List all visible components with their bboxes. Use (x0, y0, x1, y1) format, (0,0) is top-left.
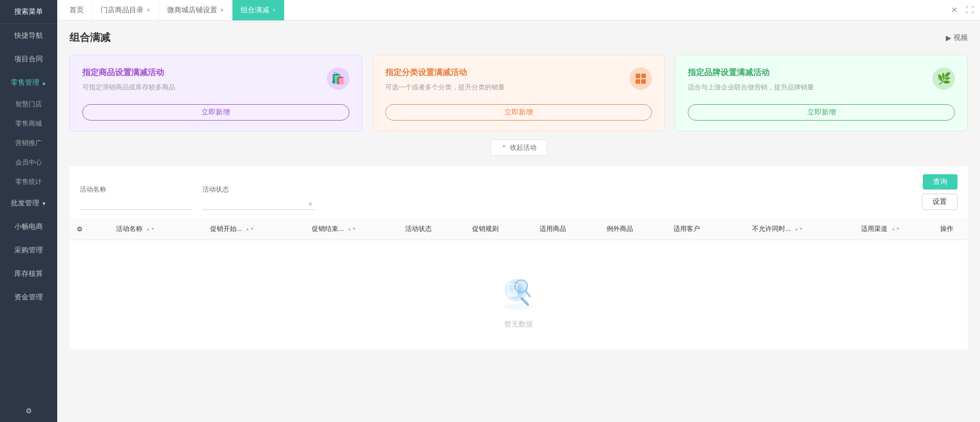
sort-icon-no-overlap[interactable]: ▲▼ (794, 227, 803, 231)
chevron-up-icon: ▲ (41, 80, 46, 86)
sidebar-item-retail-mall[interactable]: 零售商城 (0, 114, 57, 133)
sidebar-item-label: 零售管理 (11, 78, 39, 87)
sidebar-item-label: 零售商城 (15, 119, 42, 128)
empty-state: 暂无数据 (69, 240, 968, 349)
tab-actions: ✕ ⛶ (949, 3, 976, 17)
tab-store-catalog-close[interactable]: × (147, 7, 150, 14)
th-except-goods: 例外商品 (586, 218, 653, 240)
sidebar-search[interactable]: 搜索菜单 (0, 0, 57, 24)
sidebar: 搜索菜单 快捷导航 项目合同 零售管理 ▲ 智慧门店 零售商城 营销推广 会员中… (0, 0, 57, 422)
sidebar-settings-btn[interactable]: ⚙ (0, 400, 57, 422)
svg-rect-2 (636, 79, 640, 84)
settings-btn[interactable]: 设置 (922, 194, 958, 210)
sort-icon-name[interactable]: ▲▼ (146, 227, 155, 231)
sidebar-item-inventory-calc[interactable]: 库存核算 (0, 262, 57, 286)
th-end-label: 促销结束... (312, 225, 344, 232)
tab-combo-discount-close[interactable]: × (272, 7, 276, 14)
svg-line-8 (522, 298, 528, 304)
query-btn[interactable]: 查询 (923, 174, 958, 190)
video-label: 视频 (953, 33, 968, 42)
table-body: 暂无数据 (69, 240, 968, 350)
brand-card-title: 指定品牌设置满减活动 (688, 67, 955, 78)
activity-status-label: 活动状态 (202, 185, 315, 194)
brand-card-desc: 适合与上游企业联合做营销，提升品牌销量 (688, 82, 955, 92)
sort-icon-channel[interactable]: ▲▼ (891, 227, 900, 231)
sidebar-item-xiaochangec[interactable]: 小畅电商 (0, 215, 57, 239)
content-area: 组合满减 ▶ 视频 指定商品设置满减活动 可指定滞销商品或库存较多商品 🛍️ 立… (57, 20, 980, 422)
sidebar-item-label: 批发管理 (11, 199, 39, 208)
tab-store-catalog-label: 门店商品目录 (101, 6, 144, 15)
th-rule: 促销规则 (452, 218, 519, 240)
search-buttons: 查询 设置 (922, 174, 958, 210)
th-start: 促销开始... ▲▼ (181, 218, 283, 240)
sidebar-item-member-center[interactable]: 会员中心 (0, 153, 57, 172)
sidebar-item-label: 零售统计 (15, 177, 42, 186)
tab-home-label: 首页 (69, 6, 84, 15)
sidebar-item-retail-mgmt[interactable]: 零售管理 ▲ (0, 71, 57, 95)
sidebar-item-wholesale-mgmt[interactable]: 批发管理 ▼ (0, 192, 57, 215)
product-card: 指定商品设置满减活动 可指定滞销商品或库存较多商品 🛍️ 立即新增 (69, 55, 362, 131)
sidebar-item-smart-store[interactable]: 智慧门店 (0, 95, 57, 114)
maximize-btn[interactable]: ⛶ (964, 4, 976, 17)
sidebar-item-marketing[interactable]: 营销推广 (0, 133, 57, 153)
tab-bar: 首页 门店商品目录 × 微商城店铺设置 × 组合满减 × ✕ ⛶ (57, 0, 980, 20)
sidebar-item-label: 快捷导航 (14, 31, 43, 40)
tab-combo-discount[interactable]: 组合满减 × (232, 0, 285, 20)
th-start-label: 促销开始... (210, 225, 242, 232)
sort-icon-end[interactable]: ▲▼ (347, 227, 356, 231)
th-status: 活动状态 (385, 218, 452, 240)
svg-point-4 (503, 303, 534, 310)
collapse-bar: ⌃ 收起活动 (69, 139, 968, 156)
tab-combo-discount-label: 组合满减 (241, 6, 269, 15)
svg-rect-3 (641, 79, 646, 84)
svg-rect-0 (636, 74, 640, 78)
th-channel: 适用渠道 ▲▼ (835, 218, 926, 240)
tab-wechat-store-close[interactable]: × (220, 7, 224, 14)
table-header: ⚙ 活动名称 ▲▼ 促销开始... ▲▼ 促销结束... ▲▼ (69, 218, 968, 240)
sort-icon-start[interactable]: ▲▼ (245, 227, 254, 231)
sidebar-item-label: 智慧门店 (15, 100, 42, 109)
tab-wechat-store[interactable]: 微商城店铺设置 × (159, 0, 232, 20)
activity-name-input[interactable] (80, 197, 192, 210)
close-window-btn[interactable]: ✕ (949, 3, 960, 17)
th-no-overlap: 不允许同时... ▲▼ (720, 218, 835, 240)
brand-card: 指定品牌设置满减活动 适合与上游企业联合做营销，提升品牌销量 🌿 立即新增 (675, 55, 968, 131)
sidebar-item-label: 营销推广 (15, 138, 42, 148)
activity-status-select[interactable]: 进行中 已结束 未开始 (202, 197, 315, 210)
category-card: 指定分类设置满减活动 可选一个或者多个分类，提升分类的销量 立即新增 (372, 55, 665, 131)
sidebar-item-label: 项目合同 (14, 55, 43, 64)
sidebar-item-quick-nav[interactable]: 快捷导航 (0, 24, 57, 48)
empty-text: 暂无数据 (504, 320, 533, 329)
th-channel-label: 适用渠道 (861, 225, 888, 232)
th-name-label: 活动名称 (116, 225, 143, 232)
tab-home[interactable]: 首页 (61, 0, 92, 20)
search-bar: 活动名称 活动状态 进行中 已结束 未开始 ∨ 查询 设置 (69, 166, 968, 218)
sidebar-item-finance-mgmt[interactable]: 资金管理 (0, 286, 57, 309)
tab-store-catalog[interactable]: 门店商品目录 × (92, 0, 159, 20)
sidebar-item-purchase-mgmt[interactable]: 采购管理 (0, 239, 57, 262)
sidebar-item-project-contract[interactable]: 项目合同 (0, 48, 57, 71)
sidebar-item-label: 资金管理 (14, 293, 43, 302)
sidebar-item-retail-stats[interactable]: 零售统计 (0, 172, 57, 192)
chevron-down-icon: ▼ (41, 201, 46, 206)
main-area: 首页 门店商品目录 × 微商城店铺设置 × 组合满减 × ✕ ⛶ 组合满减 ▶ … (57, 0, 980, 422)
page-header: 组合满减 ▶ 视频 (69, 31, 968, 44)
empty-icon (493, 271, 544, 312)
activity-status-field: 活动状态 进行中 已结束 未开始 ∨ (202, 185, 315, 210)
sidebar-item-label: 采购管理 (14, 246, 43, 255)
th-settings[interactable]: ⚙ (69, 218, 90, 240)
product-card-desc: 可指定滞销商品或库存较多商品 (82, 82, 349, 92)
category-card-title: 指定分类设置满减活动 (385, 67, 652, 78)
th-action: 操作 (926, 218, 968, 240)
category-card-btn[interactable]: 立即新增 (385, 104, 652, 121)
th-customer: 适用客户 (654, 218, 720, 240)
play-icon: ▶ (946, 34, 951, 42)
sidebar-item-label: 库存核算 (14, 269, 43, 278)
chevron-up-icon: ⌃ (501, 144, 507, 152)
brand-card-btn[interactable]: 立即新增 (688, 104, 955, 121)
video-btn[interactable]: ▶ 视频 (946, 33, 968, 42)
collapse-btn[interactable]: ⌃ 收起活动 (491, 139, 547, 156)
product-card-btn[interactable]: 立即新增 (82, 104, 349, 121)
cards-row: 指定商品设置满减活动 可指定滞销商品或库存较多商品 🛍️ 立即新增 指定分类设置… (69, 55, 968, 131)
activity-name-label: 活动名称 (80, 185, 192, 194)
